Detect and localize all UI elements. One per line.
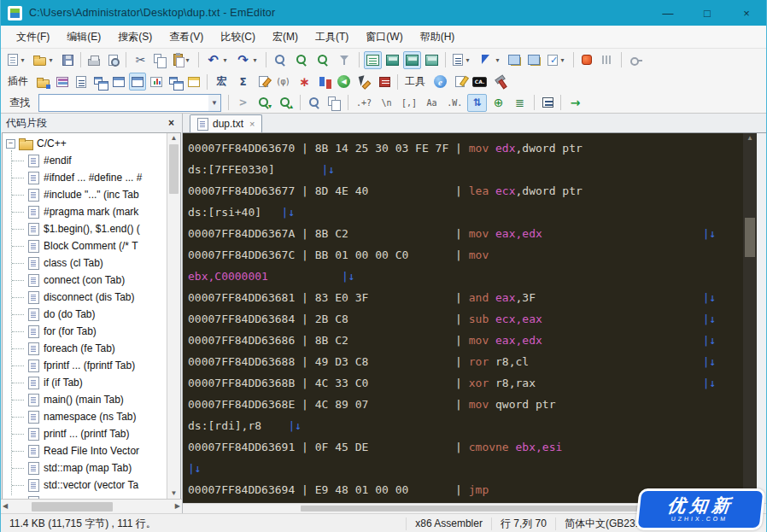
find-previous-button[interactable]: ▴	[276, 94, 296, 112]
tree-item-9[interactable]: do (do Tab)	[3, 306, 167, 323]
dropdown-caret-icon[interactable]: ▾	[464, 56, 471, 64]
plugin-split-window-button[interactable]	[167, 73, 184, 91]
tool-command-button[interactable]: CA.	[470, 73, 489, 91]
macro-library-button[interactable]	[376, 73, 393, 91]
tab-dup-txt[interactable]: dup.txt ×	[190, 114, 262, 132]
plugin-word-count-button[interactable]	[148, 73, 165, 91]
snippets-tree[interactable]: −C/C++#endif#ifndef ... #define ... ##in…	[3, 133, 167, 499]
scroll-up-icon[interactable]: ▲	[747, 134, 753, 143]
macro-new-button[interactable]	[255, 73, 272, 91]
jump-button[interactable]: →	[565, 94, 585, 112]
whole-word-button[interactable]: .W.	[443, 94, 465, 112]
scrollbar-thumb[interactable]	[301, 506, 695, 512]
macro-select-button[interactable]	[354, 73, 374, 91]
tree-item-7[interactable]: connect (con Tab)	[3, 272, 167, 289]
tree-item-3[interactable]: #pragma mark (mark	[3, 203, 167, 220]
tree-item-19[interactable]: std::vector (vector Ta	[3, 476, 167, 494]
regex-button[interactable]: .+?	[353, 94, 375, 112]
tree-item-2[interactable]: #include "..." (inc Tab	[3, 186, 167, 203]
copy-results-button[interactable]	[326, 94, 343, 112]
menu-item-3[interactable]: 查看(V)	[161, 27, 212, 47]
scroll-right-icon[interactable]: ▶	[175, 502, 180, 511]
dropdown-caret-icon[interactable]: ▾	[184, 56, 191, 64]
search-direction-button[interactable]: ⇅	[467, 94, 487, 112]
char-class-button[interactable]: [,]	[398, 94, 420, 112]
menu-item-0[interactable]: 文件(F)	[8, 27, 58, 47]
view-page-button[interactable]	[384, 51, 401, 69]
plugin-htmlbar-button[interactable]	[54, 73, 71, 91]
tree-item-14[interactable]: main() (main Tab)	[3, 391, 167, 408]
dropdown-caret-icon[interactable]: ▾	[494, 56, 501, 64]
match-case-button[interactable]: Aa	[422, 94, 442, 112]
menu-item-6[interactable]: 工具(T)	[307, 27, 357, 47]
sidebar-vertical-scrollbar[interactable]: ▲ ▼	[167, 133, 180, 499]
sidebar-close-icon[interactable]: ×	[166, 117, 177, 129]
open-file-button[interactable]: ▾	[31, 51, 57, 69]
macro-run-button[interactable]: 宏	[212, 73, 231, 91]
plugin-explorer-button[interactable]	[34, 73, 52, 91]
editor-text-area[interactable]: 00007FF84DD63670 | 8B 14 25 30 03 FE 7F …	[183, 133, 743, 503]
tool-build-button[interactable]	[491, 73, 511, 91]
tree-item-11[interactable]: foreach (fe Tab)	[3, 340, 167, 357]
sync-scroll-v-button[interactable]	[506, 51, 524, 69]
tree-item-4[interactable]: $1.begin(), $1.end() (	[3, 220, 167, 237]
paste-button[interactable]: ▾	[171, 51, 194, 69]
validation-button[interactable]: ▾	[545, 51, 569, 69]
tree-expand-icon[interactable]: −	[6, 139, 15, 149]
scrollbar-thumb[interactable]	[169, 144, 179, 194]
scroll-down-icon[interactable]: ▼	[171, 489, 178, 498]
copy-button[interactable]	[152, 51, 169, 69]
find-in-files-button[interactable]	[292, 51, 312, 69]
menu-item-8[interactable]: 帮助(H)	[412, 27, 464, 47]
combo-dropdown-icon[interactable]: ▼	[208, 95, 220, 111]
macro-back-button[interactable]: ◀	[335, 73, 353, 91]
sync-scroll-h-button[interactable]	[525, 51, 543, 69]
editor-vertical-scrollbar[interactable]: ▲	[743, 133, 757, 503]
plugin-snippets-button[interactable]	[129, 73, 146, 91]
find-next-button[interactable]: ▾	[255, 94, 274, 112]
menu-item-7[interactable]: 窗口(W)	[357, 27, 411, 47]
results-list-button[interactable]	[539, 94, 556, 112]
dropdown-caret-icon[interactable]: ▾	[221, 56, 229, 64]
macro-sum-button[interactable]: Σ	[233, 73, 253, 91]
find-input[interactable]	[39, 96, 208, 109]
tree-item-17[interactable]: Read File Into Vector	[3, 442, 167, 459]
markers-button[interactable]: ▾	[476, 51, 504, 69]
replace-button[interactable]	[305, 94, 325, 112]
scroll-left-icon[interactable]: ◀	[3, 502, 8, 511]
find-combobox[interactable]: ▼	[38, 94, 221, 112]
pin-button[interactable]	[626, 51, 646, 69]
undo-button[interactable]: ↶▾	[203, 51, 231, 69]
tree-item-12[interactable]: fprintf ... (fprintf Tab)	[3, 357, 167, 374]
find-button[interactable]	[271, 51, 290, 69]
plugin-compare-button[interactable]	[91, 73, 108, 91]
close-button[interactable]: ×	[727, 0, 766, 26]
save-button[interactable]	[59, 51, 76, 69]
dropdown-caret-icon[interactable]: ▾	[559, 56, 566, 64]
tree-item-0[interactable]: #endif	[3, 152, 167, 169]
menu-item-2[interactable]: 搜索(S)	[109, 27, 161, 47]
view-wrap-button[interactable]	[403, 51, 421, 69]
macro-organize-button[interactable]	[316, 73, 333, 91]
replace-in-files-button[interactable]	[313, 51, 333, 69]
add-next-occurrence-button[interactable]: ⊕	[489, 94, 508, 112]
tree-item-16[interactable]: printf ... (printf Tab)	[3, 425, 167, 442]
plugin-outline-button[interactable]	[73, 73, 90, 91]
dropdown-caret-icon[interactable]: ▾	[251, 56, 259, 64]
dropdown-caret-icon[interactable]: ▾	[19, 56, 26, 64]
tree-root-folder[interactable]: −C/C++	[3, 135, 167, 152]
status-syntax[interactable]: x86 Assembler	[406, 517, 491, 530]
scrollbar-thumb[interactable]	[745, 218, 755, 257]
tree-item-18[interactable]: std::map (map Tab)	[3, 459, 167, 476]
minimize-button[interactable]: —	[648, 0, 688, 26]
macro-code-button[interactable]: (φ)	[273, 73, 293, 91]
tree-item-5[interactable]: Block Comment (/* T	[3, 237, 167, 254]
highlight-all-button[interactable]: ≣	[510, 94, 530, 112]
cut-button[interactable]: ✂	[131, 51, 150, 69]
maximize-button[interactable]: □	[688, 0, 727, 26]
tree-item-1[interactable]: #ifndef ... #define ... #	[3, 169, 167, 186]
sidebar-horizontal-scrollbar[interactable]: ◀ ▶	[1, 499, 182, 513]
redo-button[interactable]: ↷▾	[233, 51, 261, 69]
tree-item-10[interactable]: for (for Tab)	[3, 323, 167, 340]
filter-button[interactable]	[335, 51, 354, 69]
